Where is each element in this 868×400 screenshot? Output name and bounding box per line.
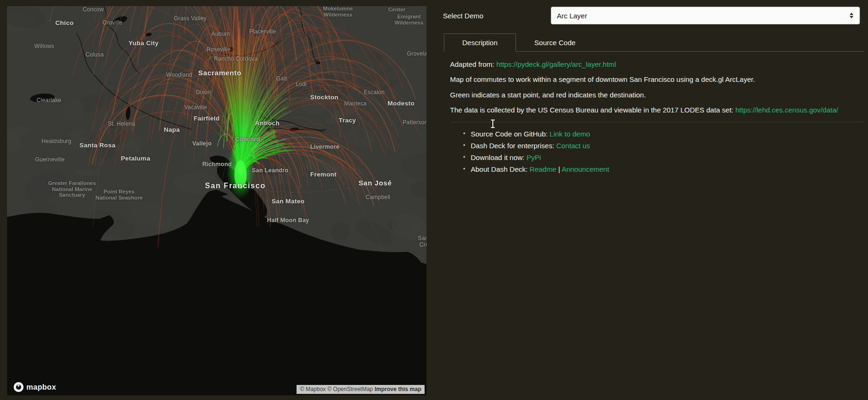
- select-demo-label: Select Demo: [443, 12, 551, 20]
- arc-layer: [7, 6, 426, 395]
- app-root: SacramentoSan FranciscoSan JoséChicoYuba…: [0, 0, 868, 400]
- tab-source-code[interactable]: Source Code: [516, 33, 594, 52]
- description-content: Adapted from: https://pydeck.gl/gallery/…: [450, 59, 864, 174]
- inline-link[interactable]: https://pydeck.gl/gallery/arc_layer.html: [496, 60, 616, 68]
- list-item: Download it now: PyPi: [462, 152, 864, 162]
- inline-link[interactable]: PyPi: [526, 153, 541, 161]
- inline-link[interactable]: Readme: [530, 165, 556, 173]
- links-list: Source Code on GitHub: Link to demoDash …: [462, 129, 864, 174]
- list-item: Source Code on GitHub: Link to demo: [462, 129, 864, 139]
- tabs-bar: Description Source Code: [444, 33, 864, 52]
- list-item: Dash Deck for enterprises: Contact us: [462, 141, 864, 151]
- mapbox-logo[interactable]: mapbox: [14, 382, 56, 392]
- attribution-text: © Mapbox © OpenStreetMap: [300, 386, 374, 392]
- demo-select[interactable]: Arc Layer: [551, 7, 860, 24]
- demo-select-row: Select Demo Arc Layer: [443, 7, 860, 24]
- description-paragraph: The data is collected by the US Census B…: [450, 105, 864, 115]
- list-item: About Dash Deck: Readme | Announcement: [462, 164, 864, 174]
- demo-select-wrap: Arc Layer: [551, 7, 860, 24]
- mapbox-wordmark: mapbox: [26, 383, 56, 392]
- mapbox-icon: [14, 382, 24, 392]
- inline-link[interactable]: Contact us: [556, 142, 590, 150]
- inline-link[interactable]: Link to demo: [550, 130, 590, 138]
- description-paragraph: Green indicates a start point, and red i…: [450, 90, 864, 100]
- inline-link[interactable]: https://lehd.ces.census.gov/data/: [735, 106, 838, 114]
- map-attribution[interactable]: © Mapbox © OpenStreetMap Improve this ma…: [297, 385, 425, 394]
- deckgl-map[interactable]: SacramentoSan FranciscoSan JoséChicoYuba…: [7, 6, 426, 395]
- improve-this-map-link[interactable]: Improve this map: [375, 386, 421, 392]
- description-paragraph: Adapted from: https://pydeck.gl/gallery/…: [450, 59, 864, 69]
- divider: [450, 122, 864, 122]
- control-panel: Select Demo Arc Layer Description Source…: [426, 0, 868, 400]
- tab-description[interactable]: Description: [444, 33, 516, 52]
- inline-link[interactable]: Announcement: [562, 165, 609, 173]
- description-paragraph: Map of commutes to work within a segment…: [450, 74, 864, 84]
